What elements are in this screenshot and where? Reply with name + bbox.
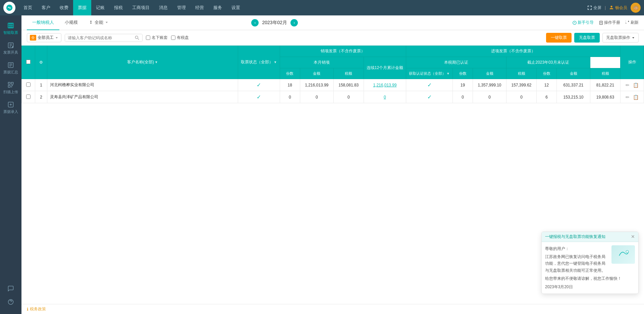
tab-small-scale[interactable]: 小规模 (59, 15, 83, 30)
row1-detail-button[interactable]: 📋 (633, 82, 639, 88)
tax-disk-checkbox[interactable]: 有税盘 (171, 35, 189, 41)
user-avatar[interactable]: 🐵 (631, 3, 641, 13)
sidebar-item-smart-ticket[interactable]: 智能取票 (0, 19, 21, 39)
th-cumulative: 连续12个月累计金额 (364, 57, 406, 79)
tab-bar-right: 新手引导 操作手册 刷新 (573, 20, 639, 25)
prev-month-button[interactable]: ‹ (251, 19, 259, 26)
th-tax1: 税额 (333, 68, 364, 79)
app-logo (3, 2, 15, 14)
tax-disk-checkbox-input[interactable] (171, 36, 175, 40)
row2-cert-count: 0 (453, 91, 473, 103)
guide-button[interactable]: 新手引导 (573, 20, 594, 25)
cert-check-icon-row1: ✓ (427, 82, 432, 88)
nav-items: 首页 客户 收费 票据 记账 报税 工商项目 消息 管理 经营 服务 设置 (19, 0, 587, 15)
nav-operation[interactable]: 经营 (191, 0, 209, 15)
nav-invoice[interactable]: 票据 (73, 0, 91, 15)
row2-check[interactable] (26, 95, 31, 99)
row1-count: 18 (280, 79, 300, 91)
manual-button[interactable]: 操作手册 (599, 20, 620, 25)
sidebar-label-entry: 票据录入 (3, 109, 18, 114)
row2-cert-amount: 0 (473, 91, 506, 103)
nav-settings[interactable]: 设置 (227, 0, 245, 15)
member-button[interactable]: 畅会员 (609, 5, 627, 11)
nav-message[interactable]: 消息 (154, 0, 172, 15)
nav-bookkeeping[interactable]: 记账 (91, 0, 109, 15)
notification-date: 2023年3月20日 (545, 284, 635, 290)
sidebar-item-scan[interactable]: 扫描上传 (0, 78, 21, 98)
nav-manage[interactable]: 管理 (172, 0, 191, 15)
cert-check-icon-row2: ✓ (427, 94, 432, 100)
row2-cert-tax: 0 (506, 91, 537, 103)
sidebar-item-invoice-open[interactable]: 发票开具 (0, 39, 21, 58)
th-customer-name: 客户名称(全部) ▼ (47, 46, 238, 79)
row2-no: 2 (35, 91, 47, 103)
row2-name[interactable]: 灵寿县尚泽矿产品有限公司 (47, 91, 238, 103)
no-usb-ticket-button[interactable]: 无盘取票 (574, 33, 600, 43)
next-month-button[interactable]: › (290, 19, 298, 26)
row2-uncert-count: 6 (537, 91, 557, 103)
row1-no: 1 (35, 79, 47, 91)
row2-detail-button[interactable]: 📋 (633, 95, 639, 100)
no-usb-ops-button[interactable]: 无盘取票操作 (602, 33, 639, 43)
nav-service[interactable]: 服务 (209, 0, 227, 15)
row1-cert-count: 19 (453, 79, 473, 91)
row1-cert-amount: 1,357,999.10 (473, 79, 506, 91)
th-cert-status: 获取认证状态（全部） ▼ (406, 68, 453, 79)
search-input[interactable] (65, 34, 132, 42)
notification-title: 一键报税与无盘取票功能恢复通知 (545, 234, 605, 240)
accounts-checkbox[interactable]: 名下账套 (146, 35, 168, 41)
sidebar-label-smart-ticket: 智能取票 (3, 30, 18, 35)
customer-filter-icon[interactable]: ▼ (155, 60, 158, 64)
svg-rect-12 (600, 21, 603, 24)
tax-policy-link[interactable]: 税务政策 (30, 306, 46, 312)
nav-fee[interactable]: 收费 (55, 0, 73, 15)
sidebar-label-summary: 票据汇总 (3, 70, 18, 75)
row2-checkbox[interactable] (22, 91, 35, 103)
top-nav: 首页 客户 收费 票据 记账 报税 工商项目 消息 管理 经营 服务 设置 全屏… (0, 0, 644, 15)
nav-customer[interactable]: 客户 (37, 0, 55, 15)
th-uncertified: 截止2023年03月未认证 (506, 57, 590, 68)
nav-business[interactable]: 工商项目 (127, 0, 154, 15)
refresh-button[interactable]: 刷新 (626, 20, 639, 25)
row1-edit-button[interactable]: ✏ (626, 82, 630, 88)
nav-tax[interactable]: 报税 (109, 0, 127, 15)
cert-status-filter-icon[interactable]: ▼ (446, 72, 450, 75)
th-cert-amount: 金额 (473, 68, 506, 79)
row2-edit-button[interactable]: ✏ (626, 95, 630, 100)
one-key-ticket-button[interactable]: 一键取票 (546, 33, 572, 43)
row2-uncert-amount: 153,215.10 (557, 91, 590, 103)
sidebar-item-summary[interactable]: 票据汇总 (0, 58, 21, 78)
tab-general-taxpayer[interactable]: 一般纳税人 (27, 15, 59, 30)
row1-name[interactable]: 河北柯橹桦实业有限公司 (47, 79, 238, 91)
th-uncert-amount: 金额 (557, 68, 590, 79)
fullscreen-button[interactable]: 全屏 (587, 5, 601, 11)
sidebar-item-message-bottom[interactable] (6, 282, 15, 295)
row1-action: ✏ 📋 (621, 79, 644, 91)
row1-check[interactable] (26, 82, 31, 87)
th-count1: 份数 (280, 68, 300, 79)
tab-all[interactable]: 全能 (83, 15, 114, 30)
sidebar-label-invoice-open: 发票开具 (3, 50, 18, 55)
search-button[interactable] (132, 34, 142, 42)
filter-bar: 全 全部员工 名下账套 有税盘 一键取票 无盘取票 (21, 30, 644, 46)
sidebar-item-help[interactable] (6, 295, 15, 309)
notification-closing: 给您带来的不便敬请谅解，祝您工作愉快！ (545, 275, 635, 282)
notification-close-button[interactable]: ✕ (631, 234, 635, 239)
select-all-checkbox[interactable] (26, 60, 31, 64)
row2-cumulative[interactable]: 0 (364, 91, 406, 103)
tab-bar: 一般纳税人 小规模 全能 ‹ 2023年02月 › 新手引导 操作手册 (21, 15, 644, 30)
th-cancel-status: 取票状态（全部） ▼ (238, 46, 280, 79)
row1-cumulative[interactable]: 1,216,013.99 (364, 79, 406, 91)
employee-filter[interactable]: 全 全部员工 (27, 33, 61, 42)
notification-popup: 一键报税与无盘取票功能恢复通知 ✕ 尊敬的用户： 江苏政务网已恢复访问电子税务局… (541, 232, 639, 294)
svg-point-13 (135, 36, 138, 39)
nav-home[interactable]: 首页 (19, 0, 37, 15)
row1-cert-tax: 157,399.62 (506, 79, 537, 91)
th-action: 操作 (621, 46, 644, 79)
cancel-status-filter-icon[interactable]: ▼ (274, 60, 277, 64)
sidebar-label-scan: 扫描上传 (3, 89, 18, 95)
row1-checkbox[interactable] (22, 79, 35, 91)
date-nav: ‹ 2023年02月 › (251, 19, 298, 26)
sidebar-item-entry[interactable]: 票据录入 (0, 98, 21, 118)
accounts-checkbox-input[interactable] (146, 36, 150, 40)
